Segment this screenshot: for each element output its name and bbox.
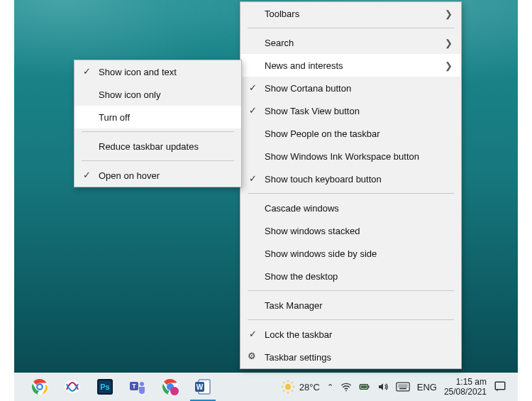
svg-text:W: W <box>196 383 204 391</box>
menu-item-search[interactable]: Search❯ <box>240 31 461 54</box>
menu-separator <box>82 160 234 161</box>
weather-temp: 28°C <box>299 382 320 392</box>
check-icon: ✓ <box>83 66 91 77</box>
chevron-right-icon: ❯ <box>445 9 453 19</box>
chrome-icon[interactable] <box>30 377 50 397</box>
clock-date: 25/08/2021 <box>444 387 487 397</box>
menu-separator <box>248 28 454 28</box>
svg-text:T: T <box>132 383 136 390</box>
menu-label: Show Task View button <box>265 106 360 116</box>
check-icon: ✓ <box>249 329 257 339</box>
chevron-right-icon: ❯ <box>445 60 453 71</box>
menu-item-show-desktop[interactable]: Show the desktop <box>240 265 461 287</box>
svg-line-22 <box>292 390 293 392</box>
taskbar-system-tray: 28°C ⌃ ENG 1:15 am 25/08/2021 <box>281 377 518 397</box>
check-icon: ✓ <box>83 170 91 180</box>
menu-separator <box>248 319 454 320</box>
menu-label: Task Manager <box>265 300 323 311</box>
submenu-item-show-icon-only[interactable]: Show icon only <box>74 83 241 106</box>
menu-label: Cascade windows <box>265 203 339 214</box>
menu-item-show-touch-kb[interactable]: ✓Show touch keyboard button <box>240 167 461 190</box>
check-icon: ✓ <box>249 105 257 116</box>
battery-icon[interactable] <box>359 381 370 392</box>
photoshop-icon[interactable]: Ps <box>95 377 115 397</box>
svg-point-25 <box>345 390 347 391</box>
submenu-item-show-icon-text[interactable]: ✓Show icon and text <box>74 60 241 83</box>
language-indicator[interactable]: ENG <box>417 382 437 392</box>
sun-icon <box>281 380 295 394</box>
submenu-item-turn-off[interactable]: Turn off <box>74 106 241 128</box>
menu-item-cascade[interactable]: Cascade windows <box>240 197 461 219</box>
svg-point-12 <box>170 387 179 395</box>
taskbar-context-menu: Toolbars❯ Search❯ News and interests❯ ✓S… <box>240 1 462 369</box>
teams-icon[interactable]: T <box>128 377 148 397</box>
check-icon: ✓ <box>249 82 257 93</box>
menu-label: Show People on the taskbar <box>265 128 380 139</box>
action-center-icon[interactable] <box>494 380 506 393</box>
menu-label: Show windows stacked <box>265 226 360 236</box>
menu-item-task-manager[interactable]: Task Manager <box>240 294 461 317</box>
menu-label: Open on hover <box>99 170 160 181</box>
menu-separator <box>248 290 454 291</box>
clock[interactable]: 1:15 am 25/08/2021 <box>444 377 487 397</box>
keyboard-icon[interactable] <box>396 382 410 392</box>
menu-label: Taskbar settings <box>265 352 331 363</box>
menu-label: Show Cortana button <box>265 83 351 94</box>
snipping-icon[interactable] <box>62 377 82 397</box>
tray-chevron-up-icon[interactable]: ⌃ <box>327 383 333 392</box>
menu-label: Lock the taskbar <box>265 329 332 340</box>
chrome-canary-icon[interactable] <box>160 377 180 397</box>
menu-separator <box>248 193 454 194</box>
speaker-icon[interactable] <box>377 381 389 392</box>
menu-label: Show the desktop <box>265 271 338 282</box>
menu-item-toolbars[interactable]: Toolbars❯ <box>240 2 461 25</box>
wifi-icon[interactable] <box>340 381 352 392</box>
menu-label: Show windows side by side <box>265 248 377 259</box>
clock-time: 1:15 am <box>456 377 487 387</box>
weather-widget[interactable]: 28°C <box>281 380 320 394</box>
menu-item-sidebyside[interactable]: Show windows side by side <box>240 242 461 265</box>
svg-text:Ps: Ps <box>100 383 109 391</box>
svg-point-9 <box>140 382 144 386</box>
svg-point-2 <box>38 385 41 388</box>
svg-line-24 <box>292 382 293 383</box>
menu-item-show-cortana[interactable]: ✓Show Cortana button <box>240 77 461 99</box>
menu-separator <box>82 131 234 132</box>
submenu-item-open-on-hover[interactable]: ✓Open on hover <box>74 164 241 187</box>
menu-label: News and interests <box>265 60 343 71</box>
news-interests-submenu: ✓Show icon and text Show icon only Turn … <box>74 60 242 187</box>
svg-line-23 <box>283 390 284 392</box>
check-icon: ✓ <box>249 173 257 184</box>
menu-item-show-ink[interactable]: Show Windows Ink Workspace button <box>240 145 461 167</box>
taskbar-pinned-apps: Ps T W <box>14 373 213 401</box>
menu-item-show-taskview[interactable]: ✓Show Task View button <box>240 99 461 122</box>
menu-item-lock-taskbar[interactable]: ✓Lock the taskbar <box>240 323 461 346</box>
menu-label: Show Windows Ink Workspace button <box>265 151 419 162</box>
word-icon[interactable]: W <box>193 377 213 397</box>
svg-rect-33 <box>495 382 505 390</box>
menu-item-show-people[interactable]: Show People on the taskbar <box>240 122 461 145</box>
menu-label: Show touch keyboard button <box>265 174 382 185</box>
menu-label: Search <box>265 38 294 48</box>
menu-item-taskbar-settings[interactable]: ⚙Taskbar settings <box>240 346 461 368</box>
svg-rect-28 <box>360 385 367 388</box>
svg-point-16 <box>285 384 291 390</box>
menu-label: Show icon only <box>99 89 160 100</box>
chevron-right-icon: ❯ <box>445 38 453 48</box>
menu-label: Turn off <box>99 112 130 123</box>
menu-label: Reduce taskbar updates <box>99 141 199 152</box>
svg-rect-27 <box>368 386 369 388</box>
taskbar[interactable]: Ps T W 28°C ⌃ ENG 1:15 am 25/08/2021 <box>14 373 518 401</box>
menu-item-stacked[interactable]: Show windows stacked <box>240 219 461 242</box>
svg-line-21 <box>283 382 284 383</box>
menu-item-news-interests[interactable]: News and interests❯ <box>240 54 461 77</box>
submenu-item-reduce-updates[interactable]: Reduce taskbar updates <box>74 135 241 158</box>
gear-icon: ⚙ <box>248 351 256 361</box>
menu-label: Show icon and text <box>99 67 177 77</box>
menu-label: Toolbars <box>265 9 299 19</box>
